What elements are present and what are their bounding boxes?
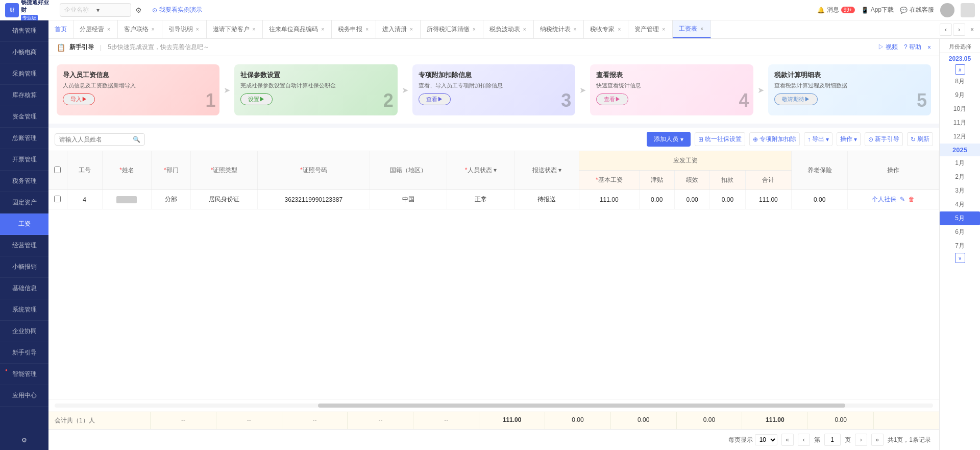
special-deduction-button[interactable]: ⊕ 专项附加扣除 (749, 132, 800, 146)
tab-tax-stats[interactable]: 纳税统计表 × (534, 20, 584, 38)
notice-button[interactable]: 🔔 消息 99+ (817, 6, 855, 14)
tab-close-payroll[interactable]: × (699, 25, 704, 33)
first-page-button[interactable]: « (781, 434, 794, 446)
step-4-button[interactable]: 查看▶ (596, 93, 628, 105)
sidebar-settings-button[interactable]: ⚙ (0, 431, 48, 450)
tab-close-clearance[interactable]: × (409, 26, 414, 33)
newbie-guide-button[interactable]: ⊙ 新手引导 (865, 132, 903, 146)
tab-close-product[interactable]: × (320, 26, 325, 33)
last-page-button[interactable]: » (871, 434, 884, 446)
sidebar-item-collab[interactable]: 企业协同 (0, 321, 48, 342)
page-number-input[interactable] (824, 434, 841, 446)
tab-tax-burden[interactable]: 税负波动表 × (483, 20, 534, 38)
edit-link[interactable]: ✎ (900, 196, 905, 203)
user-avatar[interactable] (940, 3, 954, 17)
prev-page-button[interactable]: ‹ (798, 434, 810, 446)
tab-prev-button[interactable]: ‹ (940, 23, 952, 36)
tab-close-burden[interactable]: × (522, 26, 527, 33)
tab-assets[interactable]: 资产管理 × (628, 20, 673, 38)
month-item-10[interactable]: 10月 (940, 102, 980, 116)
tab-tax-report[interactable]: 税务申报 × (332, 20, 376, 38)
month-down-button[interactable]: ∨ (955, 253, 965, 263)
row-checkbox[interactable] (54, 196, 61, 202)
social-insurance-settings-button[interactable]: ⊞ 统一社保设置 (695, 132, 745, 146)
tab-close-income[interactable]: × (472, 26, 477, 33)
month-item-9[interactable]: 9月 (940, 88, 980, 102)
month-item-1[interactable]: 1月 (940, 156, 980, 170)
step-3-button[interactable]: 查看▶ (419, 93, 451, 105)
tab-guide-intro[interactable]: 引导说明 × (162, 20, 207, 38)
month-item-12[interactable]: 12月 (940, 130, 980, 144)
month-item-2[interactable]: 2月 (940, 170, 980, 184)
tab-close-assets[interactable]: × (661, 26, 666, 33)
sidebar-item-assets[interactable]: 固定资产 (0, 192, 48, 214)
guide-close-btn[interactable]: × (927, 44, 931, 51)
sidebar-item-ecommerce[interactable]: 小畅电商 (0, 42, 48, 63)
tab-close-expert[interactable]: × (617, 26, 622, 33)
app-download-button[interactable]: 📱 App下载 (861, 6, 894, 14)
month-item-4[interactable]: 4月 (940, 198, 980, 211)
tab-product-code[interactable]: 往来单位商品编码 × (263, 20, 332, 38)
next-page-button[interactable]: › (855, 434, 867, 446)
delete-link[interactable]: 🗑 (909, 196, 915, 203)
month-item-11[interactable]: 11月 (940, 116, 980, 130)
tab-close-stratified[interactable]: × (106, 26, 111, 33)
add-person-button[interactable]: 添加人员 ▾ (647, 132, 691, 147)
user-menu-button[interactable] (961, 3, 975, 17)
sidebar-item-tax[interactable]: 税务管理 (0, 171, 48, 192)
step-1-button[interactable]: 导入▶ (63, 93, 95, 105)
sidebar-item-operations[interactable]: 经营管理 (0, 235, 48, 256)
search-icon[interactable]: 🔍 (133, 136, 140, 143)
refresh-button[interactable]: ↻ 刷新 (907, 132, 933, 146)
sidebar-item-guide[interactable]: 新手引导 (0, 342, 48, 364)
step-2-button[interactable]: 设置▶ (240, 93, 273, 105)
tab-stratified[interactable]: 分层经营 × (74, 20, 118, 38)
sidebar-item-basic[interactable]: 基础信息 (0, 278, 48, 299)
tab-close-stats[interactable]: × (573, 26, 578, 33)
sidebar-item-finance[interactable]: 资金管理 (0, 106, 48, 128)
sidebar-item-payroll[interactable]: 工资 (0, 214, 48, 235)
tab-close-tax[interactable]: × (364, 26, 370, 33)
demo-button[interactable]: ⊙ 我要看实例演示 (146, 4, 208, 16)
settings-button[interactable]: ⚙ (131, 4, 146, 16)
personal-insurance-link[interactable]: 个人社保 (872, 196, 896, 203)
sidebar-item-ai[interactable]: 智能管理 (0, 364, 48, 385)
operations-button[interactable]: 操作 ▾ (837, 132, 861, 146)
tab-clearance[interactable]: 进入清册 × (376, 20, 421, 38)
tab-close-customer[interactable]: × (151, 26, 156, 33)
sidebar-item-sales[interactable]: 销售管理 (0, 20, 48, 42)
horizontal-scrollbar[interactable] (55, 404, 933, 408)
search-input[interactable] (59, 136, 131, 143)
tab-invite[interactable]: 邀请下游客户 × (207, 20, 263, 38)
sidebar-item-purchase[interactable]: 采购管理 (0, 63, 48, 85)
month-item-5[interactable]: 5月 (940, 211, 980, 225)
tab-close-guide[interactable]: × (195, 26, 200, 33)
page-size-select[interactable]: 10 20 50 (755, 434, 777, 445)
workspace-selector[interactable]: 企业名称 ▾ (60, 3, 131, 17)
month-item-3[interactable]: 3月 (940, 184, 980, 198)
sidebar-item-ledger[interactable]: 总账管理 (0, 128, 48, 149)
step-5-button[interactable]: 敬请期待▶ (774, 93, 818, 105)
tab-home[interactable]: 首页 (48, 20, 74, 38)
sidebar-item-appstore[interactable]: 应用中心 (0, 385, 48, 407)
sidebar-item-invoice[interactable]: 开票管理 (0, 149, 48, 171)
sidebar-item-expense[interactable]: 小畅报销 (0, 256, 48, 278)
guide-help-btn[interactable]: ? 帮助 (904, 43, 921, 52)
sidebar-item-system[interactable]: 系统管理 (0, 299, 48, 321)
online-service-button[interactable]: 💬 在线客服 (900, 6, 934, 14)
export-button[interactable]: ↑ 导出 ▾ (804, 132, 832, 146)
tab-close-all-button[interactable]: × (966, 24, 978, 35)
month-up-button[interactable]: ∧ (955, 64, 965, 75)
guide-video-btn[interactable]: ▷ 视频 (878, 43, 898, 52)
tab-payroll[interactable]: 工资表 × (673, 20, 711, 38)
tab-income-tax[interactable]: 所得税汇算清缴 × (421, 20, 483, 38)
tab-tax-expert[interactable]: 税收专家 × (584, 20, 628, 38)
tab-close-invite[interactable]: × (252, 26, 257, 33)
month-item-8[interactable]: 8月 (940, 75, 980, 88)
sidebar-item-inventory[interactable]: 库存核算 (0, 85, 48, 106)
tab-next-button[interactable]: › (953, 23, 965, 36)
select-all-checkbox[interactable] (54, 167, 61, 173)
month-item-7[interactable]: 7月 (940, 239, 980, 253)
month-item-6[interactable]: 6月 (940, 225, 980, 239)
tab-customer[interactable]: 客户联络 × (118, 20, 162, 38)
